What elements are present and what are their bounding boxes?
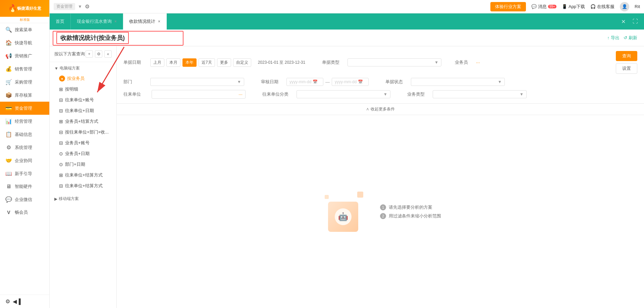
user-name: Rit <box>635 4 640 9</box>
scheme-item-unit-settlement1[interactable]: ⊞ 往来单位+结算方式 <box>50 170 116 181</box>
review-date-start-text: yyyy-mm-dd <box>289 80 311 84</box>
settings-icon[interactable]: ⚙ <box>5 298 10 305</box>
scheme-item-unit-dept-collect[interactable]: ⊟ 按往来单位+部门+收... <box>50 127 116 138</box>
operations-icon: 📊 <box>5 118 12 124</box>
sidebar-item-smart-hw[interactable]: 🖥 智能硬件 <box>0 180 49 193</box>
salesperson-more-btn[interactable]: ··· <box>476 60 480 65</box>
refresh-button[interactable]: ↺ 刷新 <box>624 35 637 41</box>
collapse-sidebar-btn[interactable]: ◀▐ <box>13 298 20 305</box>
scheme-item-unit-date[interactable]: ⊟ 往来单位+日期 <box>50 105 116 116</box>
sidebar-item-inventory[interactable]: 📦 库存核算 <box>0 89 49 102</box>
bank-flow-tab-close[interactable]: × <box>114 19 117 24</box>
collection-stat-tab-close[interactable]: × <box>158 19 160 24</box>
date-btn-custom[interactable]: 自定义 <box>233 58 251 67</box>
review-date-start[interactable]: yyyy-mm-dd 📅 <box>286 78 323 86</box>
tab-fullscreen-btn[interactable]: ⛶ <box>631 17 640 26</box>
messages-btn[interactable]: 💬 消息 99+ <box>531 4 556 10</box>
partner-category-select[interactable]: ▼ <box>297 90 390 98</box>
scheme-item-dept-date[interactable]: ⊙ 部门+日期 <box>50 159 116 170</box>
scheme-label-unit-settlement1: 往来单位+结算方式 <box>65 172 103 178</box>
scheme-item-salesperson-settlement[interactable]: ⊞ 业务员+结算方式 <box>50 116 116 127</box>
partner-select[interactable]: ··· <box>152 90 246 99</box>
dept-select[interactable]: ▼ <box>150 78 244 86</box>
sidebar-item-guide[interactable]: 📖 新手引导 <box>0 167 49 180</box>
sidebar-item-wechat[interactable]: 💬 企业微信 <box>0 193 49 206</box>
filter-row-2: 部门 ▼ 审核日期 yyyy-mm-dd 📅 — <box>123 78 637 86</box>
collapse-panel-btn[interactable]: « <box>104 50 112 58</box>
partner-category-label: 往来单位分类 <box>262 92 288 97</box>
breadcrumb-dropdown-icon[interactable]: ▼ <box>78 4 82 9</box>
scheme-icon-salesperson-settlement: ⊞ <box>59 119 63 124</box>
scheme-settings-btn[interactable]: ⚙ <box>95 50 102 58</box>
trial-button[interactable]: 体验行业方案 <box>490 2 526 11</box>
app-name: 畅捷通好生意 <box>17 6 41 11</box>
filter-row-3: 往来单位 ··· 往来单位分类 ▼ 业务类型 <box>123 90 637 99</box>
sidebar-item-purchase[interactable]: 🛒 采购管理 <box>0 75 49 89</box>
biz-type-select[interactable]: ▼ <box>433 90 527 98</box>
sidebar-label-sales: 销售管理 <box>15 66 32 72</box>
scheme-item-salesperson-date[interactable]: ⊙ 业务员+日期 <box>50 148 116 159</box>
tab-close-all-btn[interactable]: ✕ <box>619 17 628 26</box>
tab-collection-stat[interactable]: 收款情况统计 × <box>123 13 167 30</box>
sidebar-item-base-info[interactable]: 📋 基础信息 <box>0 128 49 141</box>
sidebar-item-finance[interactable]: 💳 资金管理 <box>0 102 49 115</box>
sidebar-label-marketing: 营销推广 <box>15 53 32 59</box>
tab-home[interactable]: 首页 <box>50 13 71 30</box>
doc-type-label: 单据类型 <box>322 60 339 65</box>
sidebar-item-marketing[interactable]: 📢 营销推广 <box>0 49 49 62</box>
settings-icon-top[interactable]: ⚙ <box>85 3 90 10</box>
scheme-item-by-salesperson[interactable]: ● 按业务员 <box>50 73 116 84</box>
partner-more-dots[interactable]: ··· <box>238 92 243 97</box>
date-btn-last-7[interactable]: 近7天 <box>199 58 215 67</box>
date-btn-last-month[interactable]: 上月 <box>150 58 164 67</box>
sidebar-label-purchase: 采购管理 <box>15 79 32 85</box>
desktop-scheme-group: ▼ 电脑端方案 ● 按业务员 ⊞ 按明细 ⊟ 往来单位+账号 ⊟ 往来单位 <box>50 62 116 193</box>
collection-stat-tab-label: 收款情况统计 <box>129 18 155 24</box>
sidebar: 🔥 畅捷通好生意 标准版 🔍 搜索菜单 🏠 快捷导航 📢 营销推广 💰 销售管理… <box>0 0 50 308</box>
add-scheme-btn[interactable]: + <box>86 50 93 58</box>
scheme-item-unit-settlement2[interactable]: ⊟ 往来单位+结算方式 <box>50 181 116 191</box>
page-header: 收款情况统计(按业务员) ↑ 导出 ↺ 刷新 <box>50 30 644 46</box>
tab-bank-flow[interactable]: 现金银行流水查询 × <box>71 13 123 30</box>
salesperson-group: 业务员 <box>455 59 468 65</box>
sidebar-item-enterprise[interactable]: 🤝 企业协同 <box>0 154 49 167</box>
active-scheme-dot: ● <box>59 75 65 82</box>
left-panel: 按以下方案查询 + ⚙ « ▼ 电脑端方案 ● 按业务员 ⊞ <box>50 46 117 308</box>
top-bar-left: 资金管理 ▼ ⚙ <box>54 3 90 10</box>
date-btn-this-month[interactable]: 本月 <box>166 58 180 67</box>
collapse-bar[interactable]: ∧ 收起更多条件 <box>117 104 644 115</box>
date-btn-this-year[interactable]: 本年 <box>182 58 197 67</box>
desktop-group-header[interactable]: ▼ 电脑端方案 <box>50 63 116 73</box>
online-service-btn[interactable]: 🎧 在线客服 <box>590 4 614 10</box>
member-icon: V <box>5 210 12 215</box>
sidebar-item-system[interactable]: ⚙ 系统管理 <box>0 141 49 154</box>
scheme-item-by-detail[interactable]: ⊞ 按明细 <box>50 84 116 95</box>
filter-date-group: 上月 本月 本年 近7天 更多 自定义 <box>150 58 251 67</box>
sidebar-item-sales[interactable]: 💰 销售管理 <box>0 62 49 75</box>
scheme-label-salesperson-settlement: 业务员+结算方式 <box>65 118 98 124</box>
sidebar-item-member[interactable]: V 畅会员 <box>0 206 49 219</box>
salesperson-label: 业务员 <box>455 60 468 65</box>
date-btn-more[interactable]: 更多 <box>217 58 231 67</box>
app-download-btn[interactable]: 📱 App下载 <box>562 4 585 10</box>
review-date-end[interactable]: yyyy-mm-dd 📅 <box>332 78 369 86</box>
doc-type-select[interactable]: ▼ <box>347 58 441 66</box>
scheme-icon-unit-date: ⊟ <box>59 108 63 113</box>
mobile-group-header[interactable]: ▶ 移动端方案 <box>50 194 116 204</box>
doc-status-select[interactable]: ▼ <box>411 78 505 86</box>
sidebar-item-operations[interactable]: 📊 经营管理 <box>0 115 49 128</box>
scheme-item-salesperson-account[interactable]: ⊟ 业务员+账号 <box>50 138 116 148</box>
export-button[interactable]: ↑ 导出 <box>607 35 620 41</box>
refresh-label: 刷新 <box>629 35 637 41</box>
scheme-icon-unit-settlement2: ⊟ <box>59 183 63 189</box>
collapse-label: ∧ 收起更多条件 <box>366 107 394 111</box>
tab-bar: 首页 现金银行流水查询 × 收款情况统计 × ✕ ⛶ <box>50 13 644 30</box>
settings-button[interactable]: 设置 <box>616 63 637 74</box>
sidebar-item-quick-nav[interactable]: 🏠 快捷导航 <box>0 36 49 49</box>
tip-num-2: 2 <box>380 213 386 219</box>
date-range-start: 2023-01-01 <box>258 60 278 65</box>
sidebar-label-quick-nav: 快捷导航 <box>15 40 32 46</box>
sidebar-item-search-menu[interactable]: 🔍 搜索菜单 <box>0 23 49 36</box>
query-button[interactable]: 查询 <box>616 51 637 61</box>
scheme-item-unit-account[interactable]: ⊟ 往来单位+账号 <box>50 95 116 105</box>
